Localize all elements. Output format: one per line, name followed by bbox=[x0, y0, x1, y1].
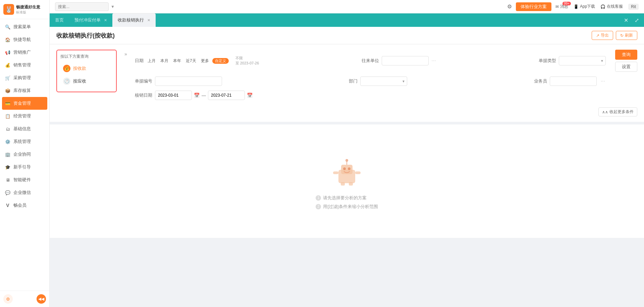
shortcut-icon: 🏠 bbox=[5, 37, 11, 43]
counterpart-more-icon[interactable]: ··· bbox=[431, 58, 436, 64]
sidebar-bottom: ⚙ ◀◀ bbox=[0, 291, 49, 307]
settings-button[interactable]: 设置 bbox=[615, 62, 637, 72]
dept-select[interactable] bbox=[360, 76, 407, 86]
tab-receipts[interactable]: 收款核销执行 ✕ bbox=[112, 13, 156, 27]
tabbar-actions: ✕ ⤢ bbox=[621, 15, 644, 25]
dept-select-wrapper: ▼ bbox=[360, 76, 407, 86]
date-btn-last-month[interactable]: 上月 bbox=[146, 57, 157, 64]
filter-area: 按以下方案查询 💰 按收款 🕐 按应收 » 日期 bbox=[50, 44, 644, 122]
filter-doc-no-field: 单据编号 bbox=[135, 76, 222, 86]
sidebar-item-hardware[interactable]: 🖥 智能硬件 bbox=[0, 173, 49, 186]
svg-rect-7 bbox=[355, 171, 361, 174]
sidebar-item-purchase[interactable]: 🛒 采购管理 bbox=[0, 71, 49, 84]
date-btn-this-month[interactable]: 本月 bbox=[159, 57, 170, 64]
date-btn-more[interactable]: 更多 bbox=[200, 57, 210, 64]
tab-expand-icon[interactable]: ⤢ bbox=[632, 15, 641, 25]
topbar-online-service[interactable]: 🎧 在线客服 bbox=[600, 4, 623, 9]
by-receipt-icon: 💰 bbox=[63, 65, 70, 72]
topbar-gear-icon[interactable]: ⚙ bbox=[507, 3, 512, 10]
topbar-app-download[interactable]: 📱 App下载 bbox=[574, 4, 595, 9]
date-btn-this-year[interactable]: 本年 bbox=[172, 57, 182, 64]
topbar-right: ✉ 消息 99+ 📱 App下载 🎧 在线客服 Rit bbox=[555, 4, 639, 10]
topbar-search-area: ▼ bbox=[55, 2, 503, 11]
tab-prepay[interactable]: 预付冲应付单 ✕ bbox=[69, 13, 112, 27]
sidebar-item-inventory[interactable]: 📦 库存核算 bbox=[0, 84, 49, 97]
doc-no-label: 单据编号 bbox=[135, 78, 152, 84]
message-badge: 99+ bbox=[562, 2, 571, 5]
sidebar-item-funds[interactable]: 💳 资金管理 bbox=[2, 97, 47, 110]
tab-home[interactable]: 首页 bbox=[50, 13, 69, 27]
topbar-message-button[interactable]: ✉ 消息 99+ bbox=[555, 4, 568, 9]
sidebar-item-operation[interactable]: 📋 经营管理 bbox=[0, 110, 49, 122]
verify-date-start-calendar-icon[interactable]: 📅 bbox=[194, 93, 200, 98]
sidebar-item-guide[interactable]: 🎓 新手引导 bbox=[0, 161, 49, 173]
svg-rect-8 bbox=[341, 182, 345, 186]
sidebar-item-basic[interactable]: 🗂 基础信息 bbox=[0, 122, 49, 135]
industry-solution-button[interactable]: 体验行业方案 bbox=[516, 2, 551, 11]
filter-verify-date-field: 核销日期 📅 — 📅 bbox=[135, 91, 253, 100]
refresh-button[interactable]: ↻ 刷新 bbox=[616, 31, 637, 40]
sidebar-item-sales[interactable]: 💰 销售管理 bbox=[0, 59, 49, 71]
salesperson-input[interactable] bbox=[550, 76, 597, 86]
tab-close-receipts[interactable]: ✕ bbox=[147, 18, 150, 22]
filter-counterpart-field: 往来单位 ··· bbox=[362, 56, 436, 65]
tab-close-all-icon[interactable]: ✕ bbox=[621, 15, 631, 25]
topbar-dropdown-arrow[interactable]: ▼ bbox=[111, 4, 115, 9]
sidebar-collapse-button[interactable]: ◀◀ bbox=[37, 294, 46, 304]
enterprise-icon: 🏢 bbox=[5, 151, 11, 157]
date-range-display: 不限 至 2023-07-26 bbox=[235, 56, 259, 66]
filter-fields: 日期 上月 本月 本年 近7天 更多 自定义 不限 至 2023-07-26 bbox=[135, 50, 637, 116]
sidebar-logo: 🐰 畅捷通好生意 标准版 bbox=[0, 0, 49, 19]
date-label: 日期 bbox=[135, 58, 144, 64]
filter-row-1: 日期 上月 本月 本年 近7天 更多 自定义 不限 至 2023-07-26 bbox=[135, 50, 637, 72]
date-shortcuts: 上月 本月 本年 近7天 更多 自定义 bbox=[146, 57, 229, 64]
query-button[interactable]: 查询 bbox=[615, 50, 637, 60]
empty-state: 1 请先选择要分析的方案 2 用[过滤]条件来缩小分析范围 bbox=[50, 124, 644, 238]
salesperson-more-icon[interactable]: ··· bbox=[601, 78, 605, 84]
sidebar-item-shortcut[interactable]: 🏠 快捷导航 bbox=[0, 33, 49, 46]
counterpart-input[interactable] bbox=[382, 56, 429, 65]
settings-icon[interactable]: ⚙ bbox=[3, 294, 13, 304]
sales-icon: 💰 bbox=[5, 62, 11, 68]
date-btn-custom[interactable]: 自定义 bbox=[212, 58, 229, 64]
export-button[interactable]: ↗ 导出 bbox=[592, 31, 613, 40]
collapse-more-button[interactable]: ∧∧ 收起更多条件 bbox=[598, 107, 637, 116]
step-num-1: 1 bbox=[316, 195, 321, 201]
sidebar-item-system[interactable]: ⚙️ 系统管理 bbox=[0, 135, 49, 148]
sidebar-item-wechat[interactable]: 💬 企业微信 bbox=[0, 186, 49, 199]
by-receivable-icon: 🕐 bbox=[63, 78, 70, 85]
guide-icon: 🎓 bbox=[5, 164, 11, 170]
collapse-more-wrapper: ∧∧ 收起更多条件 bbox=[135, 105, 637, 116]
filter-box-title: 按以下方案查询 bbox=[60, 54, 113, 59]
empty-tip-1: 1 请先选择要分析的方案 bbox=[316, 194, 378, 202]
doc-no-input[interactable] bbox=[155, 76, 222, 86]
headset-icon: 🎧 bbox=[600, 4, 605, 9]
filter-option-by-receipt[interactable]: 💰 按收款 bbox=[60, 63, 113, 74]
topbar-search-input[interactable] bbox=[55, 2, 109, 11]
filter-panel-collapse[interactable]: » bbox=[122, 50, 129, 58]
counterpart-label: 往来单位 bbox=[362, 58, 379, 64]
filter-buttons: 查询 设置 bbox=[615, 50, 637, 72]
verify-date-end-calendar-icon[interactable]: 📅 bbox=[247, 93, 253, 98]
sidebar-item-enterprise[interactable]: 🏢 企业协同 bbox=[0, 148, 49, 161]
app-logo-icon: 🐰 bbox=[3, 4, 14, 15]
hardware-icon: 🖥 bbox=[5, 177, 11, 183]
doc-type-select[interactable] bbox=[559, 56, 606, 65]
doc-type-label: 单据类型 bbox=[539, 58, 556, 64]
tabbar: 首页 预付冲应付单 ✕ 收款核销执行 ✕ ✕ ⤢ bbox=[50, 13, 644, 27]
topbar-user-info[interactable]: Rit bbox=[628, 4, 639, 10]
date-btn-7days[interactable]: 近7天 bbox=[184, 57, 198, 64]
verify-date-start-input[interactable] bbox=[155, 91, 192, 100]
sidebar-nav: 🔍 搜索菜单 🏠 快捷导航 📢 营销推广 💰 销售管理 🛒 采购管理 📦 库存核… bbox=[0, 19, 49, 291]
verify-date-end-input[interactable] bbox=[208, 91, 245, 100]
sidebar-item-member[interactable]: V 畅会员 bbox=[0, 199, 49, 212]
by-receipt-label: 按收款 bbox=[73, 65, 86, 71]
message-icon: ✉ bbox=[555, 4, 559, 9]
page-actions: ↗ 导出 ↻ 刷新 bbox=[592, 31, 637, 40]
page-title: 收款核销执行(按收款) bbox=[56, 32, 115, 40]
filter-option-by-receivable[interactable]: 🕐 按应收 bbox=[60, 75, 113, 87]
tab-close-prepay[interactable]: ✕ bbox=[104, 18, 107, 22]
sidebar-item-marketing[interactable]: 📢 营销推广 bbox=[0, 46, 49, 59]
sidebar-item-search[interactable]: 🔍 搜索菜单 bbox=[0, 20, 49, 33]
wechat-icon: 💬 bbox=[5, 190, 11, 196]
